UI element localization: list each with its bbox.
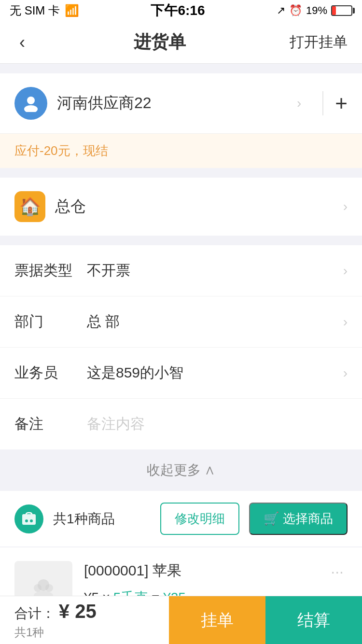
checkout-button[interactable]: 结算 [265, 596, 362, 644]
warehouse-section: 🏠 总仓 › [0, 178, 362, 236]
hang-order-button[interactable]: 挂单 [169, 596, 265, 644]
battery-percent: 19% [306, 4, 327, 17]
select-goods-button[interactable]: 🛒 选择商品 [249, 503, 348, 535]
bottom-total: 合计： ¥ 25 共1种 [0, 601, 169, 640]
bottom-total-amount: ¥ 25 [59, 601, 97, 622]
edit-details-button[interactable]: 修改明细 [160, 503, 239, 535]
bottom-total-line: 合计： ¥ 25 [14, 601, 154, 623]
supplier-chevron-icon: › [297, 96, 301, 111]
battery-icon [331, 5, 352, 16]
section-gap-3 [0, 236, 362, 245]
invoice-type-row[interactable]: 票据类型 不开票 › [0, 245, 362, 296]
select-goods-label: 选择商品 [283, 510, 333, 527]
department-row[interactable]: 部门 总 部 › [0, 296, 362, 348]
warehouse-chevron-icon: › [343, 199, 348, 214]
select-goods-icon: 🛒 [264, 511, 279, 526]
goods-header: 共1种商品 修改明细 🛒 选择商品 [0, 491, 362, 546]
department-chevron-icon: › [343, 314, 348, 330]
product-more-button[interactable]: ··· [327, 561, 348, 583]
wifi-icon: 📶 [65, 4, 79, 17]
salesperson-chevron-icon: › [343, 365, 348, 381]
carrier-text: 无 SIM 卡 [10, 3, 60, 18]
supplier-avatar [14, 87, 47, 120]
department-value: 总 部 [87, 312, 343, 332]
section-gap-2 [0, 168, 362, 178]
salesperson-label: 业务员 [14, 363, 72, 383]
supplier-row[interactable]: 河南供应商22 › + [0, 73, 362, 134]
collapse-bar[interactable]: 收起更多 ∧ [0, 449, 362, 491]
back-button[interactable]: ‹ [14, 28, 30, 57]
supplier-section: 河南供应商22 › + 应付-20元，现结 [0, 73, 362, 168]
bottom-total-sub: 共1种 [14, 625, 154, 640]
svg-point-6 [34, 584, 42, 592]
notice-bar: 应付-20元，现结 [0, 134, 362, 168]
status-bar: 无 SIM 卡 📶 下午6:16 ↗ ⏰ 19% [0, 0, 362, 21]
remark-row[interactable]: 备注 备注内容 [0, 399, 362, 449]
status-right: ↗ ⏰ 19% [277, 4, 352, 17]
goods-icon [14, 504, 43, 533]
status-time: 下午6:16 [151, 1, 205, 20]
supplier-divider [322, 91, 323, 115]
alarm-icon: ⏰ [289, 4, 302, 17]
supplier-name: 河南供应商22 [57, 93, 297, 114]
add-supplier-button[interactable]: + [335, 91, 348, 115]
section-gap-1 [0, 64, 362, 73]
salesperson-row[interactable]: 业务员 这是859的小智 › [0, 348, 362, 399]
goods-count: 共1种商品 [53, 510, 151, 528]
invoice-type-label: 票据类型 [14, 261, 72, 280]
remark-value: 备注内容 [87, 414, 348, 434]
open-pending-button[interactable]: 打开挂单 [290, 32, 348, 52]
invoice-type-value: 不开票 [87, 261, 343, 280]
svg-point-7 [45, 584, 53, 592]
location-icon: ↗ [277, 4, 285, 17]
invoice-type-chevron-icon: › [343, 263, 348, 279]
svg-point-3 [25, 519, 28, 522]
salesperson-value: 这是859的小智 [87, 363, 343, 383]
warehouse-row[interactable]: 🏠 总仓 › [0, 178, 362, 236]
product-name: [0000001] 苹果 [84, 561, 315, 581]
page-title: 进货单 [134, 30, 186, 54]
svg-rect-2 [22, 514, 36, 525]
warehouse-icon: 🏠 [14, 191, 45, 222]
nav-bar: ‹ 进货单 打开挂单 [0, 21, 362, 64]
remark-label: 备注 [14, 414, 72, 434]
warehouse-name: 总仓 [55, 196, 343, 217]
department-label: 部门 [14, 312, 72, 332]
svg-point-1 [24, 105, 38, 112]
form-section: 票据类型 不开票 › 部门 总 部 › 业务员 这是859的小智 › 备注 备注… [0, 245, 362, 449]
svg-point-0 [27, 97, 35, 104]
svg-point-4 [30, 519, 33, 522]
bottom-total-label: 合计： [14, 606, 55, 621]
status-left: 无 SIM 卡 📶 [10, 3, 79, 18]
bottom-bar: 合计： ¥ 25 共1种 挂单 结算 [0, 596, 362, 644]
